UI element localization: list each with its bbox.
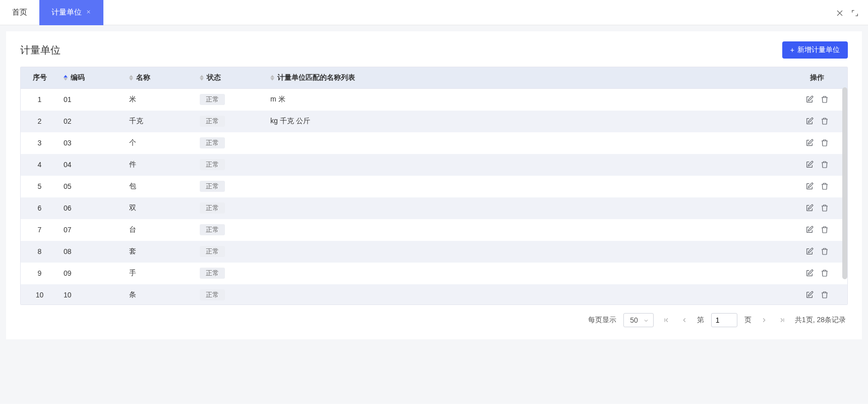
fullscreen-icon[interactable] — [851, 9, 858, 16]
cell-seq: 9 — [21, 263, 59, 284]
scrollbar[interactable] — [842, 87, 847, 279]
tabs-right-controls — [835, 8, 858, 17]
first-page-button[interactable] — [661, 315, 672, 326]
cell-code: 06 — [59, 197, 124, 219]
cell-action — [787, 263, 847, 284]
edit-icon[interactable] — [805, 226, 814, 234]
edit-icon[interactable] — [805, 117, 814, 125]
edit-icon[interactable] — [805, 204, 814, 212]
cell-code: 08 — [59, 241, 124, 263]
pagination: 每页显示 50 第 页 共1页, 28条记录 — [20, 305, 848, 329]
sort-icon[interactable] — [129, 75, 133, 81]
card: 计量单位 + 新增计量单位 序号 编码 — [6, 31, 862, 339]
delete-icon[interactable] — [821, 269, 829, 277]
edit-icon[interactable] — [805, 139, 814, 147]
close-all-icon[interactable] — [835, 8, 844, 17]
chevron-down-icon — [643, 317, 649, 323]
table-row: 202千克正常kg 千克 公斤 — [21, 111, 847, 132]
next-page-button[interactable] — [759, 315, 770, 326]
cell-match — [265, 197, 787, 219]
sort-icon[interactable] — [64, 75, 68, 81]
cell-match — [265, 241, 787, 263]
cell-seq: 8 — [21, 241, 59, 263]
page-prefix: 第 — [697, 316, 704, 325]
cell-name: 个 — [124, 132, 195, 154]
delete-icon[interactable] — [821, 291, 829, 299]
sort-icon[interactable] — [270, 75, 274, 81]
cell-match: kg 千克 公斤 — [265, 111, 787, 132]
edit-icon[interactable] — [805, 161, 814, 169]
page-number-input[interactable] — [711, 313, 737, 327]
status-badge: 正常 — [200, 246, 225, 257]
header-name[interactable]: 名称 — [124, 67, 195, 89]
cell-name: 双 — [124, 197, 195, 219]
edit-icon[interactable] — [805, 291, 814, 299]
cell-status: 正常 — [195, 197, 265, 219]
table-row: 606双正常 — [21, 197, 847, 219]
cell-code: 07 — [59, 219, 124, 241]
cell-status: 正常 — [195, 111, 265, 132]
tab-measurement-unit[interactable]: 计量单位 — [39, 0, 103, 25]
cell-match — [265, 154, 787, 176]
table-container: 序号 编码 名称 — [20, 67, 848, 305]
table-row: 909手正常 — [21, 263, 847, 284]
table-row: 1010条正常 — [21, 284, 847, 305]
delete-icon[interactable] — [821, 95, 829, 104]
delete-icon[interactable] — [821, 204, 829, 212]
cell-action — [787, 89, 847, 111]
page-suffix: 页 — [744, 316, 751, 325]
status-badge: 正常 — [200, 289, 225, 300]
header-code[interactable]: 编码 — [59, 67, 124, 89]
status-badge: 正常 — [200, 181, 225, 192]
cell-action — [787, 176, 847, 197]
cell-match — [265, 263, 787, 284]
status-badge: 正常 — [200, 159, 225, 170]
cell-name: 千克 — [124, 111, 195, 132]
header-seq: 序号 — [21, 67, 59, 89]
cell-action — [787, 197, 847, 219]
edit-icon[interactable] — [805, 95, 814, 104]
header-match[interactable]: 计量单位匹配的名称列表 — [265, 67, 787, 89]
cell-seq: 7 — [21, 219, 59, 241]
cell-status: 正常 — [195, 176, 265, 197]
cell-action — [787, 241, 847, 263]
sort-icon[interactable] — [200, 75, 204, 81]
page-size-select[interactable]: 50 — [623, 313, 654, 327]
pagination-summary: 共1页, 28条记录 — [795, 316, 846, 325]
cell-code: 05 — [59, 176, 124, 197]
cell-match: m 米 — [265, 89, 787, 111]
delete-icon[interactable] — [821, 117, 829, 125]
delete-icon[interactable] — [821, 182, 829, 190]
cell-code: 02 — [59, 111, 124, 132]
last-page-button[interactable] — [777, 315, 788, 326]
edit-icon[interactable] — [805, 269, 814, 277]
header-action: 操作 — [787, 67, 847, 89]
cell-status: 正常 — [195, 154, 265, 176]
edit-icon[interactable] — [805, 182, 814, 190]
tabs-bar: 首页 计量单位 — [0, 0, 868, 25]
delete-icon[interactable] — [821, 139, 829, 147]
header-status[interactable]: 状态 — [195, 67, 265, 89]
cell-seq: 6 — [21, 197, 59, 219]
cell-action — [787, 219, 847, 241]
add-unit-button[interactable]: + 新增计量单位 — [782, 41, 848, 59]
cell-name: 包 — [124, 176, 195, 197]
cell-action — [787, 154, 847, 176]
edit-icon[interactable] — [805, 247, 814, 255]
tab-home[interactable]: 首页 — [0, 0, 39, 25]
prev-page-button[interactable] — [679, 315, 690, 326]
cell-name: 件 — [124, 154, 195, 176]
delete-icon[interactable] — [821, 161, 829, 169]
cell-name: 台 — [124, 219, 195, 241]
close-icon[interactable] — [86, 9, 91, 16]
table-row: 505包正常 — [21, 176, 847, 197]
table-row: 707台正常 — [21, 219, 847, 241]
cell-code: 01 — [59, 89, 124, 111]
status-badge: 正常 — [200, 268, 225, 279]
cell-match — [265, 284, 787, 305]
delete-icon[interactable] — [821, 226, 829, 234]
cell-action — [787, 111, 847, 132]
page-title: 计量单位 — [20, 43, 61, 57]
delete-icon[interactable] — [821, 247, 829, 255]
cell-status: 正常 — [195, 219, 265, 241]
